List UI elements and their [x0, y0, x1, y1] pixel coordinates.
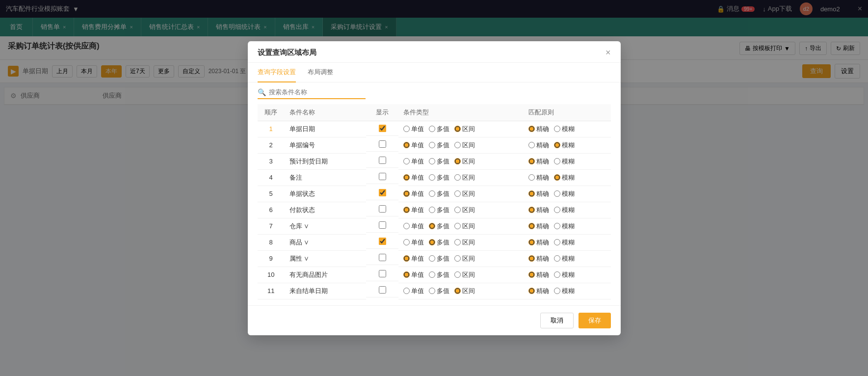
match-match_exact-label[interactable]: 精确 — [528, 254, 549, 263]
match-match_fuzzy-radio[interactable] — [554, 223, 560, 229]
row-display[interactable] — [366, 186, 398, 200]
match-match_fuzzy-radio[interactable] — [554, 271, 560, 278]
type-type_multi-label[interactable]: 多值 — [429, 254, 449, 263]
row-display[interactable] — [366, 218, 398, 233]
display-checkbox[interactable] — [379, 254, 386, 261]
display-checkbox[interactable] — [379, 270, 386, 277]
match-match_exact-radio[interactable] — [528, 190, 535, 197]
match-match_fuzzy-label[interactable]: 模糊 — [554, 206, 575, 215]
type-type_multi-label[interactable]: 多值 — [429, 206, 449, 215]
row-display[interactable] — [366, 234, 398, 249]
type-type_single-radio[interactable] — [403, 190, 410, 197]
display-checkbox[interactable] — [379, 125, 386, 132]
type-type_multi-radio[interactable] — [429, 288, 435, 294]
match-match_exact-radio[interactable] — [528, 239, 535, 245]
match-match_fuzzy-radio[interactable] — [554, 142, 560, 148]
type-type_multi-label[interactable]: 多值 — [429, 157, 449, 166]
match-match_exact-label[interactable]: 精确 — [528, 125, 549, 134]
match-match_fuzzy-label[interactable]: 模糊 — [554, 141, 575, 150]
type-type_single-radio[interactable] — [403, 142, 410, 148]
match-match_exact-radio[interactable] — [528, 223, 535, 229]
row-display[interactable] — [366, 267, 398, 281]
row-display[interactable] — [366, 137, 398, 152]
match-match_fuzzy-radio[interactable] — [554, 126, 560, 132]
save-button[interactable]: 保存 — [579, 313, 611, 328]
type-type_single-radio[interactable] — [403, 271, 410, 278]
display-checkbox[interactable] — [379, 173, 386, 180]
match-match_exact-radio[interactable] — [528, 288, 535, 294]
type-type_single-radio[interactable] — [403, 255, 410, 262]
type-type_single-radio[interactable] — [403, 223, 410, 229]
type-type_range-label[interactable]: 区间 — [454, 254, 475, 263]
type-type_multi-radio[interactable] — [429, 223, 435, 229]
type-type_multi-label[interactable]: 多值 — [429, 173, 449, 182]
type-type_range-radio[interactable] — [454, 223, 461, 229]
type-type_single-label[interactable]: 单值 — [403, 254, 424, 263]
row-display[interactable] — [366, 153, 398, 168]
match-match_fuzzy-label[interactable]: 模糊 — [554, 270, 575, 279]
match-match_exact-label[interactable]: 精确 — [528, 238, 549, 247]
match-match_fuzzy-label[interactable]: 模糊 — [554, 125, 575, 134]
match-match_fuzzy-radio[interactable] — [554, 207, 560, 213]
dialog-close-button[interactable]: × — [605, 48, 611, 57]
row-display[interactable] — [366, 169, 398, 184]
type-type_range-label[interactable]: 区间 — [454, 189, 475, 198]
type-type_single-radio[interactable] — [403, 126, 410, 132]
type-type_multi-label[interactable]: 多值 — [429, 287, 449, 295]
type-type_multi-radio[interactable] — [429, 174, 435, 181]
type-type_range-label[interactable]: 区间 — [454, 222, 475, 231]
match-match_exact-radio[interactable] — [528, 158, 535, 164]
type-type_range-radio[interactable] — [454, 271, 461, 278]
type-type_multi-label[interactable]: 多值 — [429, 238, 449, 247]
type-type_single-label[interactable]: 单值 — [403, 222, 424, 231]
display-checkbox[interactable] — [379, 238, 386, 245]
type-type_range-label[interactable]: 区间 — [454, 125, 475, 134]
match-match_fuzzy-label[interactable]: 模糊 — [554, 173, 575, 182]
match-match_fuzzy-label[interactable]: 模糊 — [554, 254, 575, 263]
match-match_fuzzy-label[interactable]: 模糊 — [554, 157, 575, 166]
type-type_range-radio[interactable] — [454, 239, 461, 245]
row-display[interactable] — [366, 121, 398, 136]
type-type_single-radio[interactable] — [403, 288, 410, 294]
display-checkbox[interactable] — [379, 189, 386, 196]
type-type_multi-label[interactable]: 多值 — [429, 270, 449, 279]
type-type_range-radio[interactable] — [454, 288, 461, 294]
type-type_range-label[interactable]: 区间 — [454, 141, 475, 150]
condition-search-input[interactable] — [269, 88, 366, 96]
match-match_fuzzy-radio[interactable] — [554, 158, 560, 164]
display-checkbox[interactable] — [379, 157, 386, 164]
type-type_multi-radio[interactable] — [429, 126, 435, 132]
match-match_exact-radio[interactable] — [528, 142, 535, 148]
type-type_single-label[interactable]: 单值 — [403, 125, 424, 134]
type-type_single-radio[interactable] — [403, 207, 410, 213]
match-match_fuzzy-radio[interactable] — [554, 190, 560, 197]
display-checkbox[interactable] — [379, 205, 386, 213]
match-match_exact-radio[interactable] — [528, 207, 535, 213]
match-match_exact-label[interactable]: 精确 — [528, 189, 549, 198]
match-match_exact-radio[interactable] — [528, 174, 535, 181]
match-match_exact-label[interactable]: 精确 — [528, 222, 549, 231]
match-match_exact-label[interactable]: 精确 — [528, 270, 549, 279]
type-type_range-radio[interactable] — [454, 174, 461, 181]
type-type_single-label[interactable]: 单值 — [403, 206, 424, 215]
type-type_range-label[interactable]: 区间 — [454, 238, 475, 247]
type-type_range-radio[interactable] — [454, 142, 461, 148]
type-type_single-label[interactable]: 单值 — [403, 287, 424, 295]
type-type_single-label[interactable]: 单值 — [403, 238, 424, 247]
row-display[interactable] — [366, 250, 398, 265]
type-type_multi-radio[interactable] — [429, 239, 435, 245]
match-match_exact-label[interactable]: 精确 — [528, 173, 549, 182]
type-type_single-radio[interactable] — [403, 174, 410, 181]
row-display[interactable] — [366, 202, 398, 216]
type-type_multi-label[interactable]: 多值 — [429, 125, 449, 134]
match-match_exact-radio[interactable] — [528, 126, 535, 132]
match-match_fuzzy-radio[interactable] — [554, 239, 560, 245]
type-type_range-label[interactable]: 区间 — [454, 206, 475, 215]
tab-query-fields[interactable]: 查询字段设置 — [258, 63, 296, 82]
type-type_range-radio[interactable] — [454, 158, 461, 164]
match-match_fuzzy-label[interactable]: 模糊 — [554, 238, 575, 247]
type-type_multi-label[interactable]: 多值 — [429, 141, 449, 150]
match-match_fuzzy-radio[interactable] — [554, 288, 560, 294]
match-match_exact-radio[interactable] — [528, 271, 535, 278]
display-checkbox[interactable] — [379, 286, 386, 294]
